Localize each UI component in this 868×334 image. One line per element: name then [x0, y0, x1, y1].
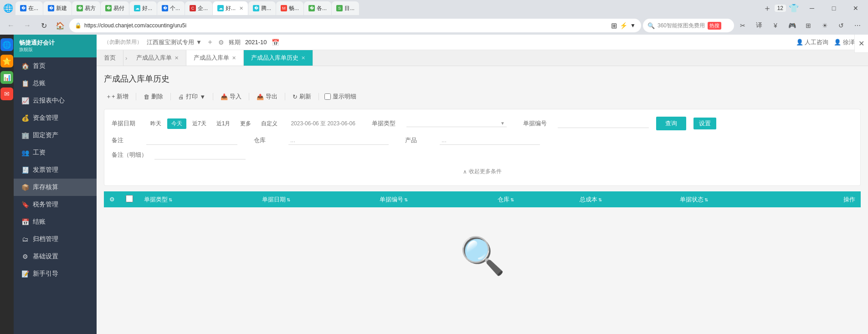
browser-tab-tab10[interactable]: M 畅... [276, 1, 303, 15]
import-button[interactable]: 📥 导入 [219, 92, 243, 102]
sidebar-item-settings[interactable]: ⚙ 基础设置 [14, 248, 97, 265]
table-col-status[interactable]: 单据状态⇅ [674, 191, 792, 207]
browser-tab-tab8[interactable]: ☁ 好... ✕ [213, 1, 248, 15]
forward-button[interactable]: → [20, 18, 35, 33]
sidebar-item-inventory[interactable]: 📦 库存核算 [14, 179, 97, 196]
query-button[interactable]: 查询 [656, 117, 686, 130]
sidebar-item-ledger[interactable]: 📋 总账 [14, 75, 97, 92]
date-btn-yesterday[interactable]: 昨天 [146, 118, 165, 129]
breadcrumb-home[interactable]: 首页 [97, 50, 123, 66]
browser-tab-tab11[interactable]: � 各... [304, 1, 331, 15]
date-btn-today[interactable]: 今天 [167, 118, 186, 129]
page-tab-tab-history[interactable]: 产成品入库单历史 ✕ [244, 50, 313, 66]
sidebar-item-reports[interactable]: 📈 云报表中心 [14, 92, 97, 109]
breadcrumb-parent[interactable]: 产成品入库单✕ [129, 50, 186, 66]
new-tab-button[interactable]: ＋ [761, 2, 774, 15]
sort-icon-total_cost[interactable]: ⇅ [598, 197, 602, 202]
browser-tab-tab9[interactable]: � 腾... [248, 1, 276, 15]
close-button[interactable]: ✕ [845, 0, 866, 16]
content-close-button[interactable]: ✕ [854, 35, 868, 53]
browser-tab-tab2[interactable]: � 新建 [43, 1, 72, 15]
grid-icon[interactable]: ⊞ [611, 21, 617, 30]
show-detail-checkbox[interactable] [324, 93, 331, 100]
browser-tab-tab3[interactable]: � 易方 [72, 1, 100, 15]
add-button[interactable]: ＋ + 新增 [104, 92, 130, 102]
delete-button[interactable]: 🗑 删除 [142, 92, 165, 102]
sort-icon-warehouse[interactable]: ⇅ [510, 197, 514, 202]
sidebar-item-tax[interactable]: 🔖 税务管理 [14, 196, 97, 213]
refresh-button[interactable]: ↻ 刷新 [291, 92, 313, 102]
scissors-icon[interactable]: ✂ [736, 19, 750, 32]
export-button[interactable]: 📤 导出 [255, 92, 279, 102]
browser-tab-tab6[interactable]: � 个... [157, 1, 185, 15]
sidebar-item-more[interactable]: 📝 新手引导 [14, 265, 97, 283]
sidebar-item-checkout[interactable]: 📅 结账 [14, 213, 97, 231]
note-input[interactable] [146, 136, 237, 145]
back-button[interactable]: ← [4, 18, 18, 33]
tab-close-tab-history[interactable]: ✕ [301, 55, 305, 61]
search-bar[interactable]: 🔍 360智能抠图免费用 热搜 [643, 19, 734, 32]
show-detail-toggle[interactable]: 显示明细 [324, 92, 356, 101]
warehouse-select[interactable]: ... [288, 136, 389, 145]
app-icon-browser[interactable]: 🌐 [0, 38, 13, 51]
select-all-checkbox[interactable] [126, 195, 133, 202]
account-select[interactable]: 江西服宝测试专用 ▼ [147, 38, 202, 46]
sidebar-item-salary[interactable]: 👥 工资 [14, 144, 97, 161]
gear-icon[interactable]: ⚙ [109, 196, 115, 203]
product-select[interactable]: ... [440, 136, 540, 145]
sort-icon-status[interactable]: ⇅ [704, 197, 708, 202]
table-col-warehouse[interactable]: 仓库⇅ [492, 191, 574, 207]
sort-icon-date[interactable]: ⇅ [287, 197, 290, 202]
date-btn-more[interactable]: 更多 [236, 118, 255, 129]
apps-icon[interactable]: ⊞ [801, 19, 815, 32]
table-col-type[interactable]: 单据类型⇅ [139, 191, 257, 207]
collapse-button[interactable]: ∧ 收起更多条件 [112, 165, 853, 178]
bill-no-input[interactable] [558, 119, 649, 128]
add-account-icon[interactable]: ＋ [206, 37, 214, 47]
lightning-icon[interactable]: ⚡ [620, 22, 627, 29]
address-input[interactable]: 🔒 https://cloud.chanjet.com/accounting/u… [69, 19, 641, 32]
date-btn-custom[interactable]: 自定义 [257, 118, 282, 129]
app-icon-chart[interactable]: 📊 [0, 71, 13, 84]
table-col-bill_no[interactable]: 单据编号⇅ [374, 191, 492, 207]
filter-settings-button[interactable]: 设置 [693, 118, 716, 129]
dropdown-icon[interactable]: ▼ [630, 22, 636, 29]
browser-tab-tab5[interactable]: ☁ 好... [129, 1, 157, 15]
yuan-icon[interactable]: ¥ [769, 19, 782, 32]
user-service[interactable]: 👤 人工咨询 [796, 38, 829, 46]
detail-note-input[interactable] [154, 150, 246, 159]
minimize-button[interactable]: ─ [801, 0, 822, 16]
undo-icon[interactable]: ↺ [834, 19, 848, 32]
date-btn-1month[interactable]: 近1月 [212, 118, 235, 129]
table-col-date[interactable]: 单据日期⇅ [257, 191, 375, 207]
sidebar-item-funds[interactable]: 💰 资金管理 [14, 109, 97, 127]
browser-tab-tab7[interactable]: C 企... [185, 1, 212, 15]
print-button[interactable]: 🖨 打印 ▼ [176, 92, 207, 102]
tab-count[interactable]: 12 [775, 5, 786, 12]
sidebar-item-home[interactable]: 🏠 首页 [14, 57, 97, 75]
browser-tab-tab1[interactable]: � 在... [15, 1, 43, 15]
translate-icon[interactable]: 译 [752, 19, 766, 32]
type-select[interactable]: ▼ [406, 120, 507, 127]
sort-icon-type[interactable]: ⇅ [169, 197, 172, 202]
refresh-button[interactable]: ↻ [36, 18, 51, 33]
sidebar-item-archive[interactable]: 🗂 归档管理 [14, 231, 97, 248]
more-icon[interactable]: ⋯ [851, 19, 864, 32]
page-tab-tab-list[interactable]: 产成品入库单 ✕ [186, 50, 244, 66]
date-btn-7days[interactable]: 近7天 [188, 118, 211, 129]
settings-gear-icon[interactable]: ⚙ [218, 39, 224, 46]
game-icon[interactable]: 🎮 [785, 19, 799, 32]
parent-tab-close[interactable]: ✕ [175, 55, 179, 61]
sidebar-item-fixed[interactable]: 🏢 固定资产 [14, 127, 97, 144]
sun-icon[interactable]: ☀ [818, 19, 832, 32]
extension-icon[interactable]: 👕 [787, 1, 801, 15]
calendar-icon[interactable]: 📅 [272, 39, 279, 46]
table-col-total_cost[interactable]: 总成本⇅ [574, 191, 674, 207]
home-button[interactable]: 🏠 [53, 18, 67, 33]
browser-tab-tab12[interactable]: S 目... [332, 1, 359, 15]
sort-icon-bill_no[interactable]: ⇅ [404, 197, 408, 202]
app-icon-mail[interactable]: ✉ [0, 87, 13, 100]
tab-close-tab-list[interactable]: ✕ [232, 55, 236, 61]
sidebar-item-invoice[interactable]: 🧾 发票管理 [14, 161, 97, 179]
maximize-button[interactable]: □ [823, 0, 844, 16]
